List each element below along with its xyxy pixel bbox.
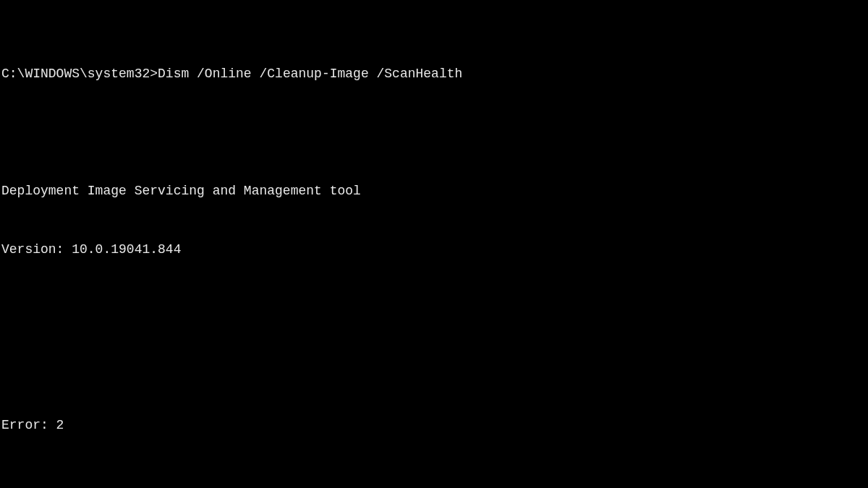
terminal-output[interactable]: C:\WINDOWS\system32>Dism /Online /Cleanu… [1,6,868,488]
blank-line [1,123,868,142]
command-line: C:\WINDOWS\system32>Dism /Online /Cleanu… [1,64,868,84]
error-code: Error: 2 [1,416,868,435]
prompt: C:\WINDOWS\system32> [1,64,158,84]
blank-line [1,299,868,318]
command-text: Dism /Online /Cleanup-Image /ScanHealth [158,64,462,84]
version-line: Version: 10.0.19041.844 [1,240,868,260]
tool-name: Deployment Image Servicing and Managemen… [1,181,868,201]
blank-line [1,474,868,488]
blank-line [1,357,868,377]
